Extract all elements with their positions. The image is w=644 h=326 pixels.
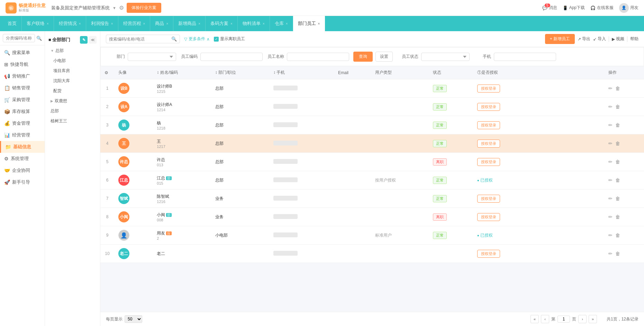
show-resigned-checkbox[interactable]: ✓ <box>214 37 219 42</box>
nav-icon: ⊞ <box>4 62 8 67</box>
sidebar-item-marketing[interactable]: 📢营销推广 <box>0 70 45 82</box>
nav-tab-warehouse[interactable]: 仓库 × <box>270 16 293 31</box>
sidebar-search-input[interactable] <box>3 34 35 42</box>
nav-tab-bom[interactable]: 物料清单 × <box>238 16 270 31</box>
sidebar-item-purchase[interactable]: 🛒采购管理 <box>0 94 45 106</box>
delete-btn-8[interactable]: 🗑 <box>615 214 620 220</box>
dept-collapse-btn[interactable]: ≪ <box>89 36 97 44</box>
first-page-btn[interactable]: « <box>530 315 539 323</box>
delete-btn-4[interactable]: 🗑 <box>615 141 620 146</box>
nav-tab-history[interactable]: 经营历程 × <box>118 16 151 31</box>
sidebar-item-search[interactable]: 🔍搜索菜单 <box>0 47 45 59</box>
page-input[interactable] <box>557 316 570 323</box>
export-btn[interactable]: ↗ 导出 <box>578 36 590 42</box>
sidebar-item-inventory[interactable]: 📦库存核算 <box>0 106 45 117</box>
auth-btn-5[interactable]: 授权登录 <box>477 158 500 166</box>
set-btn[interactable]: 设置 <box>375 52 393 62</box>
auth-btn-7[interactable]: 授权登录 <box>477 195 500 203</box>
query-btn[interactable]: 查询 <box>353 52 373 62</box>
trial-button[interactable]: 体验行业方案 <box>127 3 161 13</box>
auth-btn-4[interactable]: 授权登录 <box>477 140 500 148</box>
gear-button[interactable]: ⚙ <box>119 5 124 11</box>
edit-btn-3[interactable]: ✏ <box>608 122 613 128</box>
sidebar-item-basic[interactable]: 📁基础信息 <box>0 141 45 153</box>
edit-btn-5[interactable]: ✏ <box>608 159 613 165</box>
emp-name-input[interactable] <box>287 53 349 61</box>
sidebar-item-nav[interactable]: ⊞快捷导航 <box>0 59 45 70</box>
next-page-btn[interactable]: › <box>578 315 587 323</box>
nav-tab-dept[interactable]: 部门员工 × <box>293 16 325 31</box>
prev-page-btn[interactable]: ‹ <box>541 315 549 323</box>
last-page-btn[interactable]: » <box>589 315 597 323</box>
edit-btn-4[interactable]: ✏ <box>608 141 613 146</box>
emp-code-input[interactable] <box>200 53 263 61</box>
col-name[interactable]: ↕ 姓名/编码 <box>153 66 211 79</box>
search-icon[interactable]: 🔍 <box>171 36 177 42</box>
sidebar-item-guide[interactable]: 🚀新手引导 <box>0 176 45 188</box>
sidebar-item-system[interactable]: ⚙系统管理 <box>0 153 45 165</box>
show-resigned-toggle[interactable]: ✓ 显示离职员工 <box>214 36 245 42</box>
delete-btn-1[interactable]: 🗑 <box>615 86 620 91</box>
auth-btn-10[interactable]: 授权登录 <box>477 250 500 258</box>
help-btn[interactable]: 帮助 <box>630 36 638 42</box>
auth-btn-2[interactable]: 授权登录 <box>477 103 500 111</box>
dept-item-xiaodibu[interactable]: 小电部 <box>45 56 100 66</box>
auth-btn-8[interactable]: 授权登录 <box>477 213 500 221</box>
dept-item-zongbu2[interactable]: 总部 <box>45 106 100 116</box>
nav-tab-goods[interactable]: 商品 × <box>150 16 173 31</box>
auth-btn-3[interactable]: 授权登录 <box>477 121 500 129</box>
delete-btn-7[interactable]: 🗑 <box>615 196 620 201</box>
import-btn[interactable]: ↙ 导入 <box>593 36 606 42</box>
delete-btn-10[interactable]: 🗑 <box>615 251 620 256</box>
user-action[interactable]: 👤 用友 <box>619 3 638 13</box>
video-btn[interactable]: ▶ 视频 <box>612 36 624 42</box>
col-settings-icon[interactable]: ⚙ <box>100 66 114 79</box>
dept-item-project[interactable]: 项目库房 <box>45 66 100 76</box>
nav-tab-customer[interactable]: 客户联络 × <box>22 16 54 31</box>
dept-item-shuangluxiang[interactable]: ▶双鹿想 <box>45 96 100 106</box>
delete-btn-9[interactable]: 🗑 <box>615 232 620 238</box>
dept-item-zongbu[interactable]: ▼总部 <box>45 46 100 56</box>
delete-btn-6[interactable]: 🗑 <box>615 177 620 183</box>
nav-tab-add-goods[interactable]: 新增商品 × <box>173 16 206 31</box>
search-input[interactable] <box>109 37 171 42</box>
sidebar-item-finance[interactable]: 💰资金管理 <box>0 117 45 129</box>
emp-status-select[interactable] <box>421 53 470 61</box>
edit-btn-2[interactable]: ✏ <box>608 104 613 109</box>
delete-btn-5[interactable]: 🗑 <box>615 159 620 165</box>
dept-item-peihuo[interactable]: 配货 <box>45 86 100 96</box>
edit-btn-6[interactable]: ✏ <box>608 177 613 183</box>
edit-btn-10[interactable]: ✏ <box>608 251 613 256</box>
delete-btn-2[interactable]: 🗑 <box>615 104 620 109</box>
edit-btn-1[interactable]: ✏ <box>608 86 613 91</box>
nav-tab-home[interactable]: 首页 <box>3 16 22 31</box>
nav-tab-business[interactable]: 经营情况 × <box>54 16 86 31</box>
dept-edit-btn[interactable]: ✎ <box>80 36 88 44</box>
col-phone[interactable]: ↕ 手机 <box>269 66 334 79</box>
edit-btn-7[interactable]: ✏ <box>608 196 613 201</box>
more-filters-btn[interactable]: ▽ 更多条件 ∧ <box>184 36 210 42</box>
per-page-select[interactable]: 50 100 <box>125 315 142 323</box>
add-employee-btn[interactable]: + 新增员工 <box>545 34 575 44</box>
sidebar-search-icon[interactable]: 🔍 <box>36 36 42 41</box>
sidebar-item-collab[interactable]: 🤝企业协同 <box>0 165 45 176</box>
edit-btn-8[interactable]: ✏ <box>608 214 613 220</box>
nav-tab-profit[interactable]: 利润报告 × <box>86 16 118 31</box>
message-action[interactable]: 💬 5 消息 <box>542 5 557 11</box>
system-dropdown-arrow[interactable]: ▼ <box>112 6 116 10</box>
help-label: 帮助 <box>630 36 638 42</box>
sidebar-item-sales[interactable]: 📋销售管理 <box>0 82 45 94</box>
auth-btn-1[interactable]: 授权登录 <box>477 85 500 92</box>
dept-filter-select[interactable] <box>128 53 176 61</box>
dept-tree-header: ■ 全部部门 ✎ ≪ <box>45 34 100 46</box>
dept-item-shenyang[interactable]: 沈阳大库 <box>45 76 100 86</box>
online-service-action[interactable]: 🎧 在线客服 <box>590 5 614 11</box>
sidebar-item-operation[interactable]: 📊经营管理 <box>0 129 45 141</box>
col-dept[interactable]: ↕ 部门/职位 <box>211 66 269 79</box>
phone-input[interactable] <box>494 53 556 61</box>
delete-btn-3[interactable]: 🗑 <box>615 122 620 128</box>
app-download-action[interactable]: 📱 App下载 <box>563 5 585 11</box>
edit-btn-9[interactable]: ✏ <box>608 232 613 238</box>
nav-tab-barcode[interactable]: 条码方案 × <box>206 16 238 31</box>
dept-item-zhishu[interactable]: 植树王三 <box>45 116 100 126</box>
